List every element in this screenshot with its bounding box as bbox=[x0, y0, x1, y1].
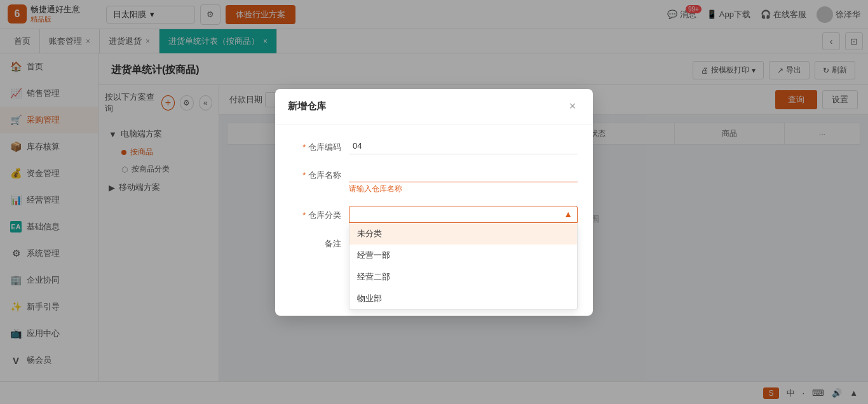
category-select-wrap: ▲ 未分类 经营一部 经营二部 物业部 bbox=[349, 206, 578, 223]
dropdown-item-dept1[interactable]: 经营一部 bbox=[349, 245, 577, 266]
code-input[interactable] bbox=[349, 138, 578, 154]
form-row-code: * 仓库编码 bbox=[290, 138, 578, 154]
modal-close-button[interactable]: × bbox=[565, 99, 580, 114]
dropdown-item-dept2[interactable]: 经营二部 bbox=[349, 266, 577, 288]
modal-title: 新增仓库 bbox=[288, 100, 326, 112]
modal-overlay[interactable]: 新增仓库 × * 仓库编码 * 仓库名称 请输入仓库名称 bbox=[0, 0, 868, 404]
category-input[interactable] bbox=[349, 206, 578, 223]
modal-body: * 仓库编码 * 仓库名称 请输入仓库名称 * bbox=[275, 125, 593, 275]
form-row-category: * 仓库分类 ▲ 未分类 经营一部 经营二部 物业部 bbox=[290, 206, 578, 223]
name-input[interactable] bbox=[349, 166, 578, 182]
name-error: 请输入仓库名称 bbox=[349, 184, 578, 194]
code-label: * 仓库编码 bbox=[290, 138, 341, 153]
dropdown-item-none[interactable]: 未分类 bbox=[349, 223, 577, 245]
new-warehouse-modal: 新增仓库 × * 仓库编码 * 仓库名称 请输入仓库名称 bbox=[275, 89, 593, 316]
category-label: * 仓库分类 bbox=[290, 206, 341, 221]
form-row-name: * 仓库名称 请输入仓库名称 bbox=[290, 166, 578, 194]
category-arrow-icon[interactable]: ▲ bbox=[564, 209, 573, 219]
remark-label: 备注 bbox=[290, 234, 341, 250]
name-field-wrap: 请输入仓库名称 bbox=[349, 166, 578, 194]
dropdown-item-property[interactable]: 物业部 bbox=[349, 288, 577, 309]
modal-header: 新增仓库 × bbox=[275, 89, 593, 125]
name-label: * 仓库名称 bbox=[290, 166, 341, 181]
category-dropdown: 未分类 经营一部 经营二部 物业部 bbox=[349, 223, 578, 310]
